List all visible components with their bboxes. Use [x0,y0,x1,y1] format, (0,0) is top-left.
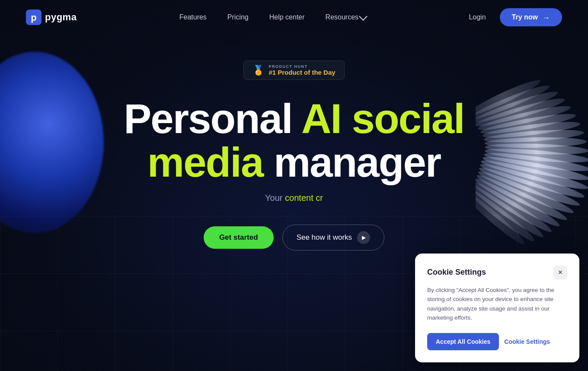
resources-dropdown[interactable]: Resources [326,13,366,21]
cookie-header: Cookie Settings × [427,266,567,279]
see-how-button[interactable]: See how it works ▶ [282,225,385,251]
nav-item-resources[interactable]: Resources [326,13,366,21]
subtext-link: content cr [285,193,323,203]
svg-text:p: p [31,12,36,23]
accept-all-cookies-button[interactable]: Accept All Cookies [427,333,499,350]
logo[interactable]: p pygma [26,10,77,25]
cta-buttons: Get started See how it works ▶ [204,225,384,251]
nav-link-features[interactable]: Features [179,13,207,21]
headline-manager: manager [274,139,441,185]
product-of-day-title: #1 Product of the Day [268,69,335,76]
cookie-banner: Cookie Settings × By clicking "Accept Al… [415,254,579,362]
subtext-static: Your [265,193,282,203]
nav-item-pricing[interactable]: Pricing [227,13,249,21]
get-started-button[interactable]: Get started [204,226,274,249]
cookie-actions: Accept All Cookies Cookie Settings [427,333,567,350]
see-how-label: See how it works [297,233,352,242]
main-headline: Personal AI social media manager [124,97,464,184]
headline-ai-social: AI social [301,95,464,142]
cookie-settings-button[interactable]: Cookie Settings [504,338,550,345]
headline-media: media [147,139,263,185]
arrow-right-icon [542,13,550,21]
badge-text: PRODUCT HUNT #1 Product of the Day [268,64,335,76]
nav-link-help[interactable]: Help center [269,13,305,21]
play-icon: ▶ [357,231,370,244]
medal-icon: 🏅 [252,65,264,76]
navigation: p pygma Features Pricing Help center Res… [0,0,588,35]
hero-subtext: Your content cr [265,193,323,203]
nav-item-help[interactable]: Help center [269,13,305,21]
cookie-title: Cookie Settings [427,268,486,277]
nav-links: Features Pricing Help center Resources [179,13,366,21]
resources-label: Resources [326,13,358,21]
try-now-button[interactable]: Try now [500,8,562,26]
login-link[interactable]: Login [469,13,486,21]
headline-personal: Personal [124,95,292,142]
nav-item-features[interactable]: Features [179,13,207,21]
logo-text: pygma [45,12,77,23]
hero-section: 🏅 PRODUCT HUNT #1 Product of the Day Per… [0,35,588,276]
nav-right: Login Try now [469,8,562,26]
product-hunt-label: PRODUCT HUNT [268,64,307,69]
cookie-close-button[interactable]: × [553,266,567,279]
pygma-logo-icon: p [26,10,42,25]
nav-link-pricing[interactable]: Pricing [227,13,249,21]
product-hunt-badge: 🏅 PRODUCT HUNT #1 Product of the Day [243,60,344,80]
try-now-label: Try now [512,13,538,21]
chevron-down-icon [359,12,368,21]
cookie-body-text: By clicking "Accept All Cookies", you ag… [427,285,567,323]
